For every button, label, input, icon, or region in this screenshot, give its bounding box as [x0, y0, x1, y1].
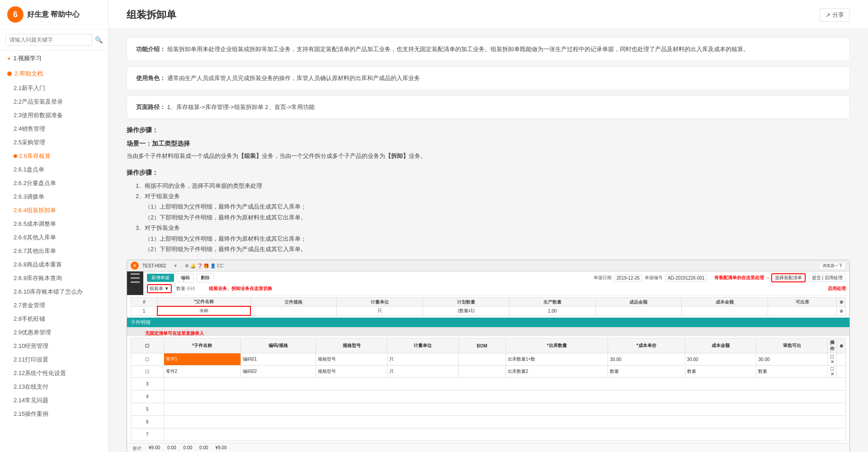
t2-r7-seq: 7: [131, 428, 164, 441]
step3-2: （2）下部明细为子件明细，最终作为产成品生成其它入库单。: [145, 244, 850, 254]
sidebar-item-operations[interactable]: 2.10经营管理: [0, 339, 108, 353]
nav-sub-items: 2.1新手入门 2.2产品安装及登录 2.3使用前数据准备 2.4销售管理 2.…: [0, 81, 108, 421]
search-area: 🔍: [0, 29, 108, 51]
sidebar-item-costadj[interactable]: 2.6.5成本调整单: [7, 217, 108, 231]
app-topbar: 6 TEST-H002 ▼ ⚙ 🔔 ❓ 🎁 👤 CC 浏览器一下: [127, 260, 849, 271]
annotation4-arrow: ↑: [182, 276, 185, 283]
app-edit-btn[interactable]: 编辑: [177, 273, 194, 282]
app-new-btn[interactable]: 新增单据: [147, 274, 174, 282]
logo-text: 好生意 帮助中心: [27, 10, 80, 19]
th-action1: ⊕: [837, 298, 846, 307]
sidebar-item-partstocktake[interactable]: 2.6.2分量盘点单: [7, 176, 108, 190]
t1-r1-planqty: (数量x1): [423, 306, 509, 315]
sidebar-item-costrecalc[interactable]: 2.6.8商品成本重算: [7, 258, 108, 271]
app-table2-container: ☐ *子件名称 编码/规格 规格型号 计量单位 BOM *出库数量 *成本单价 …: [127, 336, 849, 443]
app-main-header-content: 新增单据 编辑 删除 单据日期 2019-12-26 单据编号 AD-20191…: [143, 271, 849, 295]
t2-r1-costprice: 30.00: [608, 353, 685, 366]
share-icon: ↗: [826, 12, 830, 19]
sidebar-item-purchase[interactable]: 2.5采购管理: [0, 136, 108, 149]
t2-r3-seq: 3: [131, 378, 164, 390]
app-toolbar-row1: 新增单据 编辑 删除 单据日期 2019-12-26 单据编号 AD-20191…: [147, 273, 846, 282]
type-label: 组装单 ▼: [150, 285, 169, 292]
table2-row5: 5: [131, 403, 846, 416]
app-table2: ☐ *子件名称 编码/规格 规格型号 计量单位 BOM *出库数量 *成本单价 …: [131, 338, 846, 441]
sidebar-item-faq[interactable]: 2.14常见问题: [0, 394, 108, 407]
sidebar-item-assembly[interactable]: 2.6.4组装拆卸单: [7, 204, 108, 217]
sidebar-item-print[interactable]: 2.11打印设置: [0, 353, 108, 366]
t2-r2-op[interactable]: ☐ ✕: [828, 366, 837, 378]
annotation1-text: 有装配清单的在这里处理: [714, 275, 764, 280]
t2-r2-costamt: 数量: [685, 366, 756, 378]
sidebar-item-otherinbound[interactable]: 2.6.6其他入库单: [7, 231, 108, 244]
path-text: 1、库存核算->库存管理->组装拆卸单 2、首页->常用功能: [167, 104, 315, 110]
t1-r1-canout: [768, 306, 837, 315]
app-assign-btn[interactable]: 选择装配清单: [771, 273, 806, 282]
t2-th-bom: BOM: [458, 338, 505, 353]
t2-r1-op[interactable]: ☐ ✕: [828, 353, 837, 366]
th-plan-qty: 计划数量: [423, 298, 509, 307]
th-cost-amt: 成本金额: [682, 298, 768, 307]
content-area: 功能介绍： 组装拆卸单用来处理企业组装或拆卸等加工业务，支持有固定装配清单的产品…: [108, 29, 868, 452]
role-label: 使用角色：: [136, 75, 165, 81]
step3-1: （1）上部明细为父件明细，最终作为原材料生成其它出库单；: [145, 233, 850, 244]
sidebar-item-personalize[interactable]: 2.12系统个性化设置: [0, 366, 108, 380]
t1-r1-seq: 1: [131, 306, 158, 315]
sidebar-item-finance[interactable]: 2.7资金管理: [0, 299, 108, 312]
t2-th-code: 编码/规格: [241, 338, 316, 353]
ops-title: 操作步骤：: [127, 126, 850, 134]
sidebar-item-transfer[interactable]: 2.6.3调拨单: [7, 190, 108, 204]
t2-r5-seq: 5: [131, 403, 164, 416]
t2-r2-outqty: 出库数量2: [505, 366, 608, 378]
t1-r1-costamt: [682, 306, 768, 315]
sidebar-item-onlinepay[interactable]: 2.13在线支付: [0, 380, 108, 394]
sidebar-item-inventory[interactable]: 2.6库存核算: [0, 149, 108, 163]
th-parent-spec: 父件规格: [250, 298, 337, 307]
table1-row1: 1 水杯 只 (数量x1) 1.00 ⊕: [131, 306, 846, 315]
search-input[interactable]: [5, 34, 92, 46]
sidebar-item-sales[interactable]: 2.4销售管理: [0, 122, 108, 136]
app-num-val: AD-20191226-001: [665, 275, 707, 281]
t2-r1-sel: ☐: [131, 353, 164, 366]
t2-th-op: 操作: [828, 338, 837, 353]
app-table2-head: ☐ *子件名称 编码/规格 规格型号 计量单位 BOM *出库数量 *成本单价 …: [131, 338, 846, 353]
sidebar-item-stockledger[interactable]: 2.6.9库存账本查询: [7, 271, 108, 285]
th-parent-name: *父件名称: [157, 298, 250, 307]
sidebar-item-video[interactable]: + 1.视频学习: [0, 51, 108, 66]
sidebar-item-cases[interactable]: 2.15操作案例: [0, 407, 108, 421]
sidebar-item-helpdoc[interactable]: 2.帮助文档: [0, 66, 108, 81]
t1-r1-action[interactable]: ⊕: [837, 306, 846, 315]
app-delete-btn[interactable]: 删除: [197, 273, 214, 282]
sidebar-item-dataprep[interactable]: 2.3使用前数据准备: [0, 109, 108, 122]
step3: 3、对于拆装业务: [136, 223, 850, 233]
app-left-icons: [127, 271, 143, 295]
t1-r1-spec: [250, 306, 337, 315]
sidebar-item-install[interactable]: 2.2产品安装及登录: [0, 95, 108, 109]
plus-icon-1: +: [7, 55, 11, 62]
sidebar-item-mobile[interactable]: 2.8手机旺铺: [0, 312, 108, 326]
app-table2-body: ☐ 零件1 编码01 规格型号 只 出库数量1+数 30.00 30.00 30…: [131, 353, 846, 441]
t2-r2-spec: 规格型号: [316, 366, 387, 378]
app-type-selector[interactable]: 组装单 ▼: [147, 284, 172, 293]
app-browser-btn[interactable]: 浏览器一下: [819, 262, 846, 270]
t2-th-sel: ☐: [131, 338, 164, 353]
sidebar-item-stockerror[interactable]: 2.6.10库存账本错了怎么办: [7, 285, 108, 299]
share-button[interactable]: ↗ 分享: [820, 8, 850, 22]
share-label: 分享: [832, 11, 844, 19]
app-action-btn[interactable]: 提交 | 启用处理: [809, 274, 846, 282]
table2-row6: 6: [131, 416, 846, 428]
t2-r1-outqty: 出库数量1+数: [505, 353, 608, 366]
sidebar-item-otheroutbound[interactable]: 2.6.7其他出库单: [7, 244, 108, 258]
t2-r1-approve: 30.00: [756, 353, 828, 366]
sub-items-261plus: 2.6.1盘点单 2.6.2分量盘点单 2.6.3调拨单 2.6.4组装拆卸单 …: [0, 163, 108, 299]
path-block: 页面路径： 1、库存核算->库存管理->组装拆卸单 2、首页->常用功能: [127, 95, 850, 119]
sidebar-item-stocktake[interactable]: 2.6.1盘点单: [7, 163, 108, 176]
footer-val5: ¥9.00: [215, 445, 226, 452]
t2-th-spec: 规格型号: [316, 338, 387, 353]
logo-icon: 6: [7, 6, 24, 23]
sidebar-item-coupon[interactable]: 2.9优惠券管理: [0, 326, 108, 339]
search-button[interactable]: 🔍: [95, 36, 103, 43]
role-block: 使用角色： 通常由生产人员或库管人员完成拆装业务的操作，库管人员确认原材料的出库…: [127, 67, 850, 90]
sidebar-item-newbie[interactable]: 2.1新手入门: [0, 81, 108, 95]
t2-r2-costprice: 数量: [608, 366, 685, 378]
nav-section: + 1.视频学习 2.帮助文档 2.1新手入门 2.2产品安装及登录 2.3使用…: [0, 51, 108, 421]
